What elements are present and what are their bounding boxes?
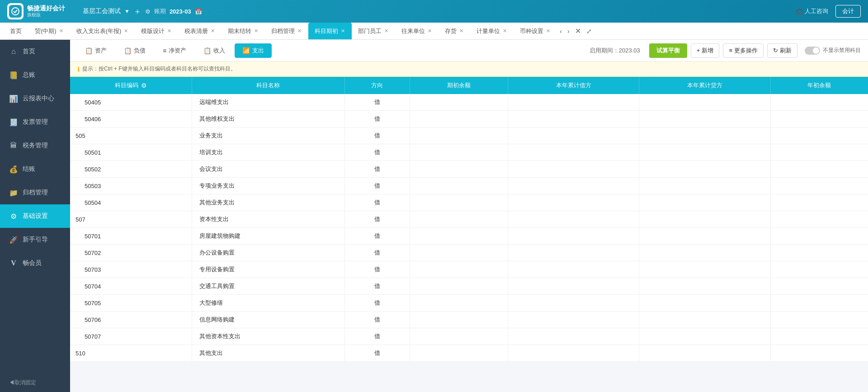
table-row[interactable]: 50706 信息网络购建 借 [70, 312, 868, 328]
table-row[interactable]: 50703 专用设备购置 借 [70, 261, 868, 278]
refresh-button[interactable]: ↻ 刷新 [767, 43, 797, 58]
tab-archive[interactable]: 归档管理 ✕ [265, 23, 308, 40]
table-row[interactable]: 50503 专项业务支出 借 [70, 178, 868, 194]
tab-dept-employee[interactable]: 部门员工 ✕ [352, 23, 395, 40]
cell-year-debit [508, 261, 639, 278]
column-settings-icon[interactable]: ⚙ [141, 82, 147, 89]
sidebar-item-tax[interactable]: 🏛 税务管理 [0, 134, 70, 157]
account-button[interactable]: 会计 [835, 5, 861, 18]
cell-period-balance [410, 228, 508, 245]
tab-label: 计量单位 [476, 27, 500, 35]
liability-icon: 📋 [124, 47, 132, 54]
tab-close-icon[interactable]: ✕ [59, 28, 63, 34]
table-row[interactable]: 50707 其他资本性支出 借 [70, 328, 868, 345]
table-row[interactable]: 50701 房屋建筑物购建 借 [70, 228, 868, 245]
tab-close-all-icon[interactable]: ✕ [572, 27, 584, 35]
tab-close-icon[interactable]: ✕ [428, 28, 432, 34]
table-row[interactable]: 50406 其他维权支出 借 [70, 111, 868, 128]
sidebar-label: 首页 [23, 47, 35, 56]
sidebar-pin-toggle[interactable]: ◀取消固定 [0, 373, 70, 392]
more-actions-button[interactable]: ≡ 更多操作 [723, 43, 764, 58]
table-row[interactable]: 50501 培训支出 借 [70, 144, 868, 161]
sidebar-item-basic[interactable]: ⚙ 基础设置 [0, 204, 70, 228]
cell-year-credit [639, 94, 770, 111]
cell-year-balance [770, 94, 868, 111]
cell-year-debit [508, 111, 639, 128]
table-row[interactable]: 50405 远端维支出 借 [70, 94, 868, 111]
tab-close-icon[interactable]: ✕ [167, 28, 171, 34]
tab-subject-init[interactable]: 科目期初 ✕ [308, 23, 352, 40]
sidebar-item-ledger[interactable]: 📒 总账 [0, 63, 70, 87]
tab-period-end[interactable]: 期末结转 ✕ [222, 23, 265, 40]
toggle-area: 不显示禁用科目 [805, 47, 861, 55]
calc-balance-button[interactable]: 试算平衡 [649, 43, 687, 58]
subtab-expense[interactable]: 📶 支出 [235, 43, 272, 58]
cell-year-balance [770, 278, 868, 295]
cell-year-credit [639, 178, 770, 194]
add-company-button[interactable]: ＋ [133, 6, 142, 17]
cell-period-balance [410, 261, 508, 278]
tab-income-annual[interactable]: 收入支出表(年报) ✕ [70, 23, 135, 40]
subtab-net-asset[interactable]: ≡ 净资产 [155, 43, 194, 58]
tab-close-icon[interactable]: ✕ [546, 28, 550, 34]
sidebar-item-archive[interactable]: 📁 归档管理 [0, 181, 70, 204]
tab-close-icon[interactable]: ✕ [459, 28, 463, 34]
sidebar-item-home[interactable]: ⌂ 首页 [0, 40, 70, 63]
subtab-income[interactable]: 📋 收入 [196, 43, 233, 58]
tab-label: 归档管理 [271, 27, 295, 35]
sidebar-label: 总账 [23, 71, 35, 79]
tab-label: 贸(中期) [35, 27, 57, 35]
cell-year-balance [770, 328, 868, 345]
tab-home[interactable]: 首页 [4, 23, 28, 40]
tab-prev-icon[interactable]: ‹ [557, 28, 565, 35]
cell-period-balance [410, 178, 508, 194]
calendar-icon[interactable]: 📅 [195, 8, 202, 15]
add-button[interactable]: + 新增 [691, 43, 720, 58]
tab-close-icon[interactable]: ✕ [254, 28, 258, 34]
help-button[interactable]: 🎧 人工咨询 [796, 7, 828, 15]
table-row[interactable]: 507 资本性支出 借 [70, 211, 868, 228]
cell-direction: 借 [345, 312, 410, 328]
tab-template[interactable]: 模版设计 ✕ [135, 23, 178, 40]
tab-inventory[interactable]: 存货 ✕ [439, 23, 470, 40]
table-row[interactable]: 510 其他支出 借 [70, 345, 868, 362]
tab-currency[interactable]: 币种设置 ✕ [514, 23, 557, 40]
tab-unit[interactable]: 计量单位 ✕ [470, 23, 514, 40]
table-row[interactable]: 50705 大型修缮 借 [70, 295, 868, 312]
sidebar-item-reports[interactable]: 📊 云报表中心 [0, 87, 70, 110]
tab-close-icon[interactable]: ✕ [503, 28, 507, 34]
tab-next-icon[interactable]: › [565, 28, 572, 35]
table-row[interactable]: 50704 交通工具购置 借 [70, 278, 868, 295]
table-row[interactable]: 50702 办公设备购置 借 [70, 245, 868, 261]
cell-name: 其他维权支出 [192, 111, 344, 128]
cell-code: 50405 [70, 94, 192, 111]
tab-close-icon[interactable]: ✕ [341, 28, 345, 34]
tab-partners[interactable]: 往来单位 ✕ [395, 23, 439, 40]
company-dropdown-icon[interactable]: ▼ [124, 8, 130, 14]
tab-interim[interactable]: 贸(中期) ✕ [28, 23, 70, 40]
tab-label: 期末结转 [228, 27, 251, 35]
settings-icon[interactable]: ⚙ [145, 8, 151, 15]
tab-tax-clear[interactable]: 税表清册 ✕ [178, 23, 222, 40]
subtab-liability[interactable]: 📋 负债 [116, 43, 153, 58]
cell-name: 大型修缮 [192, 295, 344, 312]
table-row[interactable]: 50504 其他业务支出 借 [70, 194, 868, 211]
tab-close-icon[interactable]: ✕ [124, 28, 128, 34]
tab-close-icon[interactable]: ✕ [384, 28, 388, 34]
disabled-toggle[interactable] [805, 47, 820, 55]
cell-year-debit [508, 128, 639, 144]
sidebar-item-invoice[interactable]: 🧾 发票管理 [0, 110, 70, 134]
cell-name: 交通工具购置 [192, 278, 344, 295]
sidebar-item-member[interactable]: V 畅会员 [0, 251, 70, 275]
add-label: 新增 [702, 47, 713, 55]
tab-close-icon[interactable]: ✕ [211, 28, 215, 34]
cell-year-credit [639, 211, 770, 228]
table-row[interactable]: 505 业务支出 借 [70, 128, 868, 144]
tab-expand-icon[interactable]: ⤢ [584, 28, 594, 35]
subtab-asset[interactable]: 📋 资产 [77, 43, 114, 58]
sidebar-item-guide[interactable]: 🚀 新手引导 [0, 228, 70, 251]
table-row[interactable]: 50502 会议支出 借 [70, 161, 868, 178]
hint-text: 提示：按Ctrl + F键并输入科目编码或者科目名称可以查找科目。 [82, 65, 236, 73]
sidebar-item-settlement[interactable]: 💰 结账 [0, 157, 70, 181]
tab-close-icon[interactable]: ✕ [297, 28, 302, 34]
